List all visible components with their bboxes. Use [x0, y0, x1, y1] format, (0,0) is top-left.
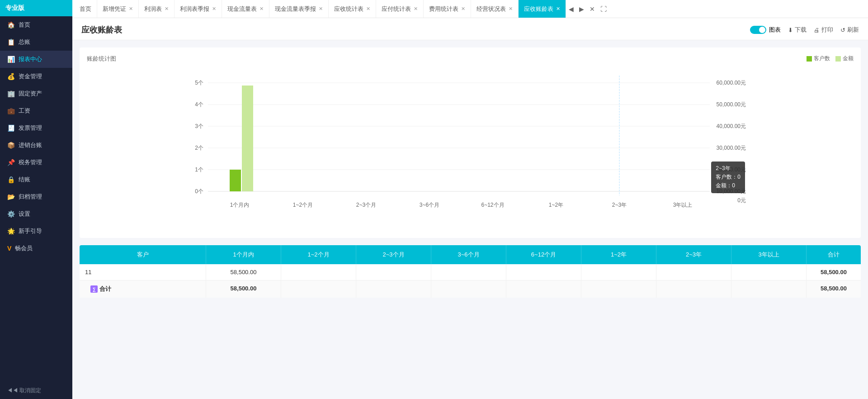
refresh-button[interactable]: ↺ 刷新 — [840, 26, 859, 34]
header-actions: 图表 ⬇ 下载 🖨 打印 ↺ 刷新 — [750, 26, 859, 34]
sidebar-label-salary: 工资 — [19, 107, 30, 115]
total-1-2month — [281, 280, 356, 298]
sidebar-label-close: 结账 — [19, 176, 30, 184]
tab-profit-quarter[interactable]: 利润表季报 ✕ — [175, 0, 222, 18]
tab-aging-label: 应收账龄表 — [524, 5, 553, 13]
total-6-12month — [506, 280, 581, 298]
tab-voucher-close[interactable]: ✕ — [129, 6, 133, 12]
tab-payable-stat[interactable]: 应付统计表 ✕ — [376, 0, 424, 18]
col-header-3plus-year: 3年以上 — [731, 245, 807, 264]
table-row: 11 58,500.00 58,500.00 — [80, 264, 861, 280]
tab-profit-close[interactable]: ✕ — [165, 6, 169, 12]
sidebar-item-funds[interactable]: 💰 资金管理 — [0, 68, 72, 85]
tab-profit-quarter-label: 利润表季报 — [180, 5, 209, 13]
tab-voucher[interactable]: 新增凭证 ✕ — [97, 0, 139, 18]
salary-icon: 💼 — [7, 107, 15, 114]
tab-business-stat[interactable]: 经营状况表 ✕ — [471, 0, 519, 18]
main-content: 首页 新增凭证 ✕ 利润表 ✕ 利润表季报 ✕ 现金流量表 ✕ 现金流量表季报 … — [72, 0, 868, 399]
ledger-icon: 📋 — [7, 38, 15, 46]
col-header-2-3month: 2~3个月 — [356, 245, 431, 264]
svg-text:30,000.00元: 30,000.00元 — [717, 145, 746, 151]
svg-text:4个: 4个 — [195, 101, 203, 108]
total-row: ∑ 合计 58,500.00 58,500.00 — [80, 280, 861, 298]
sidebar-item-settings[interactable]: ⚙️ 设置 — [0, 205, 72, 223]
total-total: 58,500.00 — [807, 280, 861, 298]
tab-receivable-stat-close[interactable]: ✕ — [366, 6, 370, 12]
tab-business-stat-close[interactable]: ✕ — [509, 6, 513, 12]
tab-nav-prev[interactable]: ◀ — [566, 0, 576, 18]
col-header-1month: 1个月内 — [206, 245, 281, 264]
download-button[interactable]: ⬇ 下载 — [788, 26, 807, 34]
sidebar-item-home[interactable]: 🏠 首页 — [0, 16, 72, 33]
tab-cashflow-close[interactable]: ✕ — [259, 6, 264, 12]
svg-text:40,000.00元: 40,000.00元 — [717, 123, 746, 129]
sidebar-item-sales[interactable]: 📦 进销台账 — [0, 137, 72, 154]
sidebar-item-close[interactable]: 🔒 结账 — [0, 171, 72, 188]
sidebar-label-tax: 税务管理 — [19, 158, 42, 166]
sidebar-unpin-button[interactable]: ◀◀ 取消固定 — [0, 382, 72, 399]
sidebar-item-archive[interactable]: 📂 归档管理 — [0, 188, 72, 205]
cell-total: 58,500.00 — [807, 264, 861, 280]
tab-profit-label: 利润表 — [144, 5, 162, 13]
sidebar-item-member[interactable]: V 畅会员 — [0, 240, 72, 257]
svg-text:60,000.00元: 60,000.00元 — [717, 80, 746, 86]
tab-receivable-stat[interactable]: 应收统计表 ✕ — [329, 0, 376, 18]
sidebar-item-guide[interactable]: 🌟 新手引导 — [0, 223, 72, 240]
sidebar-label-invoice: 发票管理 — [19, 124, 42, 132]
tab-close-all[interactable]: ✕ — [587, 0, 598, 18]
svg-text:3~6个月: 3~6个月 — [420, 202, 439, 208]
col-header-customer: 客户 — [80, 245, 206, 264]
cell-3plus-year — [731, 264, 807, 280]
svg-text:2~3年: 2~3年 — [612, 202, 627, 208]
col-header-1-2year: 1~2年 — [581, 245, 656, 264]
tab-cashflow-quarter-close[interactable]: ✕ — [319, 6, 323, 12]
print-icon: 🖨 — [814, 27, 820, 33]
tab-nav-next[interactable]: ▶ — [576, 0, 587, 18]
tab-fullscreen[interactable]: ⛶ — [598, 0, 609, 18]
tab-profit[interactable]: 利润表 ✕ — [139, 0, 175, 18]
tab-expense-stat-close[interactable]: ✕ — [461, 6, 465, 12]
svg-text:1~2年: 1~2年 — [549, 202, 563, 208]
col-header-6-12month: 6~12个月 — [506, 245, 581, 264]
archive-icon: 📂 — [7, 193, 15, 200]
sidebar-item-invoice[interactable]: 🧾 发票管理 — [0, 119, 72, 137]
tab-expense-stat[interactable]: 费用统计表 ✕ — [424, 0, 471, 18]
sidebar-label-settings: 设置 — [19, 210, 30, 218]
chart-toggle[interactable]: 图表 — [750, 26, 781, 34]
tab-cashflow[interactable]: 现金流量表 ✕ — [222, 0, 269, 18]
sidebar-item-tax[interactable]: 📌 税务管理 — [0, 154, 72, 171]
chart-title: 账龄统计图 — [87, 55, 854, 63]
svg-text:20,000.00元: 20,000.00元 — [717, 166, 746, 173]
cell-2-3month — [356, 264, 431, 280]
print-label: 打印 — [821, 26, 833, 34]
sidebar-item-ledger[interactable]: 📋 总账 — [0, 33, 72, 51]
sidebar-item-assets[interactable]: 🏢 固定资产 — [0, 85, 72, 102]
invoice-icon: 🧾 — [7, 124, 15, 132]
sidebar-item-reports[interactable]: 📊 报表中心 — [0, 51, 72, 68]
guide-icon: 🌟 — [7, 228, 15, 235]
col-header-total: 合计 — [807, 245, 861, 264]
tab-profit-quarter-close[interactable]: ✕ — [212, 6, 216, 12]
tab-aging-close[interactable]: ✕ — [556, 6, 560, 12]
page-title: 应收账龄表 — [81, 24, 122, 35]
tab-voucher-label: 新增凭证 — [103, 5, 126, 13]
total-3-6month — [431, 280, 506, 298]
data-table: 客户 1个月内 1~2个月 2~3个月 3~6个月 6~12个月 1~2年 2~… — [80, 245, 861, 298]
sidebar-label-sales: 进销台账 — [19, 141, 42, 149]
svg-text:0元: 0元 — [737, 197, 746, 204]
tab-payable-stat-close[interactable]: ✕ — [414, 6, 418, 12]
sidebar: 专业版 🏠 首页 📋 总账 📊 报表中心 💰 资金管理 🏢 固定资产 💼 工资 … — [0, 0, 72, 399]
download-label: 下载 — [795, 26, 807, 34]
reports-icon: 📊 — [7, 56, 15, 63]
tab-aging[interactable]: 应收账龄表 ✕ — [519, 0, 566, 18]
tab-cashflow-quarter[interactable]: 现金流量表季报 ✕ — [269, 0, 329, 18]
download-icon: ⬇ — [788, 27, 793, 33]
content-area: 账龄统计图 客户数 金额 5个 4个 3个 2个 1个 — [72, 40, 868, 399]
total-3plus-year — [731, 280, 807, 298]
print-button[interactable]: 🖨 打印 — [814, 26, 833, 34]
assets-icon: 🏢 — [7, 90, 15, 97]
toggle-switch-control[interactable] — [750, 26, 766, 34]
sidebar-item-salary[interactable]: 💼 工资 — [0, 102, 72, 119]
sidebar-label-reports: 报表中心 — [19, 55, 42, 63]
tab-home[interactable]: 首页 — [74, 0, 97, 18]
